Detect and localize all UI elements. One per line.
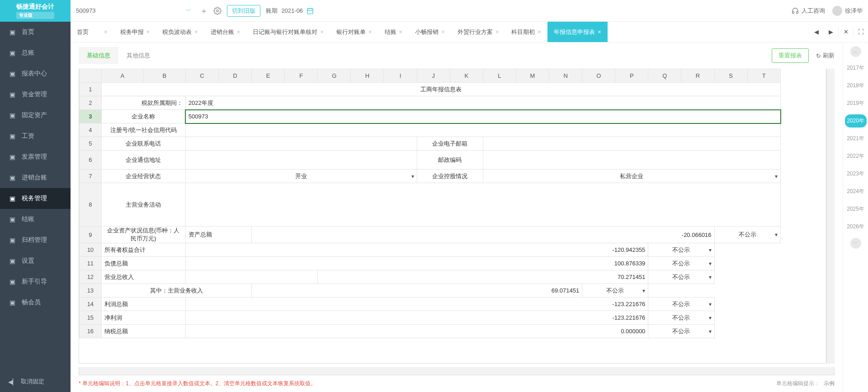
company-dropdown[interactable]: 500973 ﹀	[76, 7, 192, 15]
col-T[interactable]: T	[747, 69, 780, 83]
nav-item-guide[interactable]: ▣新手引导	[0, 271, 71, 292]
tab-3[interactable]: 税负波动表×	[156, 22, 204, 42]
col-I[interactable]: I	[384, 69, 417, 83]
year-2018年[interactable]: 2018年	[845, 79, 866, 92]
row-5[interactable]: 5	[80, 137, 102, 151]
nav-item-settings[interactable]: ▣设置	[0, 250, 71, 271]
status-value-cell[interactable]: 开业	[185, 170, 417, 183]
fin-value-cell[interactable]: 70.271451	[318, 270, 648, 284]
fin-show-cell[interactable]: 不公示	[648, 243, 714, 257]
phone-value-cell[interactable]	[185, 137, 417, 151]
unpin-button[interactable]: ◀▏ 取消固定	[0, 371, 71, 392]
col-L[interactable]: L	[483, 69, 516, 83]
plus-icon[interactable]: ＋	[200, 5, 208, 16]
col-G[interactable]: G	[318, 69, 351, 83]
refresh-button[interactable]: ↻ 刷新	[816, 52, 835, 60]
tab-close-icon[interactable]: ×	[237, 28, 241, 35]
col-R[interactable]: R	[681, 69, 714, 83]
year-2019年[interactable]: 2019年	[845, 97, 866, 110]
tab-0[interactable]: 首页	[71, 22, 95, 42]
switch-old-version-button[interactable]: 切到旧版	[227, 5, 260, 17]
row-8[interactable]: 8	[80, 183, 102, 227]
tab-5[interactable]: 日记账与银行对账单核对×	[246, 22, 330, 42]
tab-1[interactable]: ×	[95, 22, 114, 42]
calendar-icon[interactable]	[307, 7, 314, 14]
row-10[interactable]: 10	[80, 243, 102, 257]
user-menu[interactable]: 徐泽华	[832, 6, 863, 16]
tab-close-all[interactable]: ✕	[839, 25, 853, 39]
row-12[interactable]: 12	[80, 270, 102, 284]
col-S[interactable]: S	[714, 69, 747, 83]
tab-close-icon[interactable]: ×	[441, 28, 445, 35]
email-value-cell[interactable]	[483, 137, 780, 151]
tab-close-icon[interactable]: ×	[368, 28, 372, 35]
nav-item-home[interactable]: ▣首页	[0, 22, 71, 43]
subtab-basic[interactable]: 基础信息	[79, 47, 118, 64]
tab-9[interactable]: 外贸行业方案×	[451, 22, 505, 42]
row-16[interactable]: 16	[80, 325, 102, 338]
col-F[interactable]: F	[285, 69, 318, 83]
tab-6[interactable]: 银行对账单×	[330, 22, 378, 42]
fin-show-cell[interactable]: 不公示	[648, 311, 714, 325]
tab-2[interactable]: 税务申报×	[114, 22, 156, 42]
tab-8[interactable]: 小畅报销×	[409, 22, 451, 42]
row-11[interactable]: 11	[80, 257, 102, 270]
fin-value-cell[interactable]: -120.942355	[185, 243, 648, 257]
col-H[interactable]: H	[351, 69, 384, 83]
row-1[interactable]: 1	[80, 83, 102, 96]
fin-value-cell[interactable]: -20.066016	[252, 227, 715, 243]
col-K[interactable]: K	[450, 69, 483, 83]
fin-show-cell[interactable]: 不公示	[714, 227, 780, 243]
year-2025年[interactable]: 2025年	[845, 203, 866, 216]
fin-value-cell[interactable]: 0.000000	[185, 325, 648, 338]
year-2023年[interactable]: 2023年	[845, 167, 866, 180]
tab-close-icon[interactable]: ×	[104, 28, 108, 35]
col-M[interactable]: M	[516, 69, 549, 83]
fin-show-cell[interactable]: 不公示	[648, 298, 714, 311]
fin-show-cell[interactable]: 不公示	[648, 325, 714, 338]
vertical-scrollbar[interactable]	[826, 69, 835, 364]
tabs-scroll-left[interactable]: ◀	[809, 25, 824, 39]
nav-item-ledger[interactable]: ▣总账	[0, 43, 71, 63]
tab-10[interactable]: 科目期初×	[505, 22, 547, 42]
period-value[interactable]: 2021-06	[281, 7, 303, 14]
col-J[interactable]: J	[417, 69, 450, 83]
support-button[interactable]: 人工咨询	[792, 7, 825, 15]
col-O[interactable]: O	[582, 69, 615, 83]
col-B[interactable]: B	[143, 69, 185, 83]
tab-close-icon[interactable]: ×	[598, 28, 601, 35]
col-C[interactable]: C	[185, 69, 218, 83]
regenerate-button[interactable]: 重置报表	[772, 48, 809, 63]
tab-7[interactable]: 结账×	[378, 22, 409, 42]
row-14[interactable]: 14	[80, 298, 102, 311]
nav-item-tax[interactable]: ▣税务管理	[0, 188, 71, 209]
postcode-value-cell[interactable]	[483, 151, 780, 170]
horizontal-scrollbar[interactable]	[79, 367, 835, 375]
fin-value-cell[interactable]: -123.221676	[185, 311, 648, 325]
row-3[interactable]: 3	[80, 110, 102, 123]
sheet-corner[interactable]	[80, 69, 102, 83]
nav-item-invoice[interactable]: ▣发票管理	[0, 146, 71, 167]
row-6[interactable]: 6	[80, 151, 102, 170]
nav-item-vip[interactable]: ▣畅会员	[0, 292, 71, 313]
year-2024年[interactable]: 2024年	[845, 185, 866, 198]
nav-item-asset[interactable]: ▣固定资产	[0, 105, 71, 126]
tabs-scroll-right[interactable]: ▶	[824, 25, 838, 39]
nav-item-close[interactable]: ▣结账	[0, 209, 71, 230]
col-N[interactable]: N	[549, 69, 582, 83]
fin-value-cell[interactable]: -123.221676	[185, 298, 648, 311]
row-9[interactable]: 9	[80, 227, 102, 243]
year-2017年[interactable]: 2017年	[845, 61, 866, 75]
addr-value-cell[interactable]	[185, 151, 417, 170]
year-2020年[interactable]: 2020年	[845, 114, 867, 128]
tab-close-icon[interactable]: ×	[320, 28, 324, 35]
row-7[interactable]: 7	[80, 170, 102, 183]
nav-item-purchase[interactable]: ▣进销台账	[0, 167, 71, 188]
tab-close-icon[interactable]: ×	[495, 28, 499, 35]
year-2026年[interactable]: 2026年	[845, 220, 866, 233]
tab-11[interactable]: 年报信息申报表×	[547, 22, 608, 42]
col-Q[interactable]: Q	[648, 69, 681, 83]
fin-show-cell[interactable]: 不公示	[648, 270, 714, 284]
period-value-cell[interactable]: 2022年度	[185, 96, 780, 110]
subtab-other[interactable]: 其他信息	[118, 47, 158, 64]
